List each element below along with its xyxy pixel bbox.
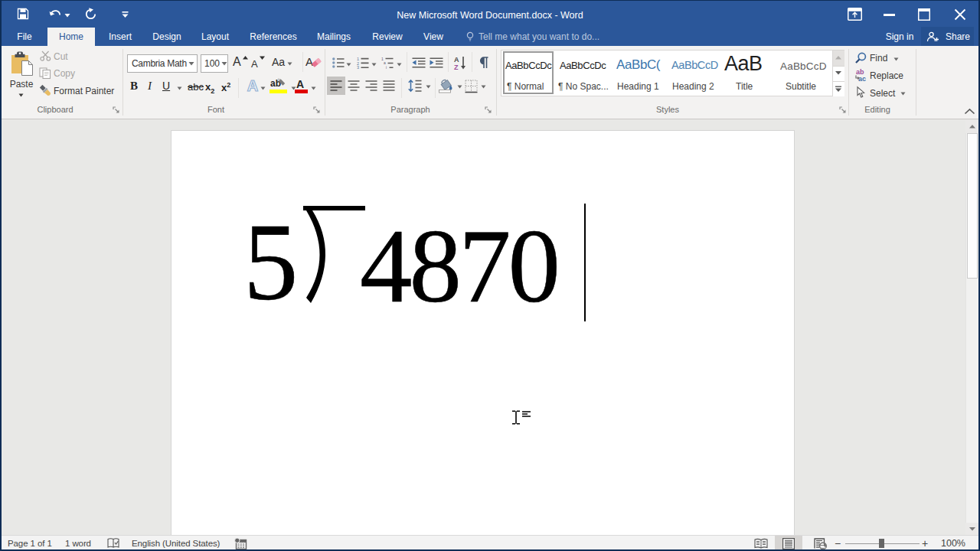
svg-text:i: i xyxy=(386,65,387,70)
svg-text:A: A xyxy=(247,77,258,94)
svg-text:Z: Z xyxy=(454,64,459,71)
svg-text:ac: ac xyxy=(858,75,866,83)
svg-text:3: 3 xyxy=(357,65,359,70)
svg-text:A: A xyxy=(454,56,459,64)
